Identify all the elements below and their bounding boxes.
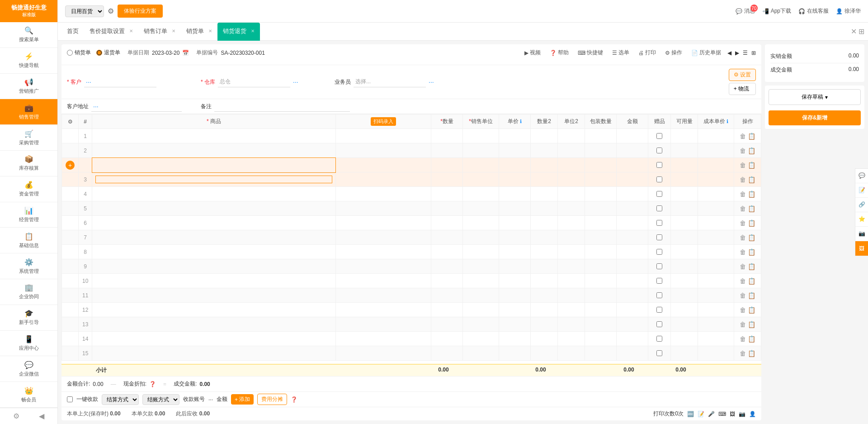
bottom-icon-7[interactable]: 👤 <box>749 411 756 417</box>
add-row-delete-icon[interactable]: 🗑 <box>740 162 746 169</box>
tab-sales-return[interactable]: 销货退货 ✕ <box>217 23 260 41</box>
app-download-button[interactable]: 📲 App下载 <box>762 7 791 15</box>
row-cost-cell[interactable] <box>698 216 734 230</box>
salesperson-input[interactable]: 选择... <box>354 76 426 87</box>
row-price-cell[interactable] <box>499 303 531 317</box>
trial-button[interactable]: 体验行业方案 <box>118 5 163 18</box>
row-unit2-cell[interactable] <box>558 143 585 158</box>
tab-price-setting[interactable]: 售价提取设置 ✕ <box>84 23 138 41</box>
row-product-cell[interactable] <box>92 143 335 158</box>
row-amount-cell[interactable] <box>617 230 648 245</box>
sidebar-item-member[interactable]: 👑 畅会员 <box>0 382 57 408</box>
row-product-cell[interactable] <box>92 172 335 187</box>
row-amount-cell[interactable] <box>617 332 648 346</box>
row-unit-cell[interactable] <box>463 172 499 187</box>
row-qty-cell[interactable] <box>431 143 463 158</box>
row-pack-cell[interactable] <box>585 230 617 245</box>
row-delete-icon[interactable]: 🗑 <box>740 205 746 212</box>
row-qty-cell[interactable] <box>431 346 463 361</box>
row-unit2-cell[interactable] <box>558 172 585 187</box>
tab-sales-delivery-close-icon[interactable]: ✕ <box>208 29 212 33</box>
row-product-cell[interactable] <box>92 230 335 245</box>
row-qty-cell[interactable] <box>431 303 463 317</box>
close-all-icon[interactable]: ✕ <box>851 27 857 36</box>
row-cost-cell[interactable] <box>698 303 734 317</box>
row-price-cell[interactable] <box>499 201 531 216</box>
row-product-cell[interactable] <box>92 288 335 303</box>
row-qty2-cell[interactable] <box>531 216 558 230</box>
row-product-cell[interactable] <box>92 245 335 259</box>
row-copy-icon[interactable]: 📋 <box>748 205 755 212</box>
add-row-button[interactable]: + <box>66 161 75 170</box>
history-btn[interactable]: 📄 历史单据 <box>689 48 724 57</box>
gift-checkbox[interactable] <box>656 191 662 197</box>
row-qty-cell[interactable] <box>431 245 463 259</box>
row-cost-cell[interactable] <box>698 230 734 245</box>
sidebar-settings-icon[interactable]: ⚙ <box>13 412 19 420</box>
quick-icon-link[interactable]: 🔗 <box>855 198 868 212</box>
row-delete-icon[interactable]: 🗑 <box>740 335 746 343</box>
row-pack-cell[interactable] <box>585 187 617 201</box>
radio-return-input[interactable] <box>96 50 102 56</box>
settlement-select[interactable]: 结算方式 <box>102 394 139 405</box>
row-qty-cell[interactable] <box>431 129 463 143</box>
row-qty-cell[interactable] <box>431 317 463 332</box>
tab-home[interactable]: 首页 <box>61 23 84 41</box>
video-btn[interactable]: ▶ 视频 <box>522 48 543 57</box>
row-qty2-cell[interactable] <box>531 317 558 332</box>
col-header-settings[interactable]: ⚙ <box>62 114 79 129</box>
row-unit-cell[interactable] <box>463 346 499 361</box>
sidebar-item-purchase[interactable]: 🛒 采购管理 <box>0 125 57 151</box>
row-unit2-cell[interactable] <box>558 201 585 216</box>
row-pack-cell[interactable] <box>585 245 617 259</box>
col-header-scan[interactable]: 扫码录入 <box>335 114 431 129</box>
split-button[interactable]: 费用分摊 <box>257 394 287 405</box>
calendar-icon[interactable]: 📅 <box>182 50 189 56</box>
sidebar-item-search[interactable]: 🔍 搜索菜单 <box>0 22 57 48</box>
accounting-select[interactable]: 结账方式 <box>142 394 179 405</box>
discount-help-icon[interactable]: ❓ <box>149 381 156 387</box>
row-pack-cell[interactable] <box>585 274 617 288</box>
row-delete-icon[interactable]: 🗑 <box>740 306 746 314</box>
row-cost-cell[interactable] <box>698 129 734 143</box>
row-pack-cell[interactable] <box>585 346 617 361</box>
row-copy-icon[interactable]: 📋 <box>748 263 755 270</box>
gift-checkbox[interactable] <box>656 133 662 139</box>
row-qty2-cell[interactable] <box>531 346 558 361</box>
row-avail-cell[interactable] <box>671 172 698 187</box>
split-help-icon[interactable]: ❓ <box>291 396 297 403</box>
row-unit2-cell[interactable] <box>558 346 585 361</box>
row-pack-cell[interactable] <box>585 201 617 216</box>
row-product-cell[interactable] <box>92 346 335 361</box>
bottom-icon-5[interactable]: 🖼 <box>730 411 735 417</box>
row-product-cell[interactable] <box>92 216 335 230</box>
row-delete-icon[interactable]: 🗑 <box>740 234 746 241</box>
row-copy-icon[interactable]: 📋 <box>748 277 755 285</box>
one-click-checkbox[interactable] <box>67 396 73 402</box>
add-row-copy-icon[interactable]: 📋 <box>748 162 755 169</box>
row-price-cell[interactable] <box>499 346 531 361</box>
view-grid-icon[interactable]: ⊞ <box>751 50 756 56</box>
gift-checkbox[interactable] <box>656 350 662 356</box>
sidebar-item-guide[interactable]: 🎓 新手引导 <box>0 305 57 331</box>
row-avail-cell[interactable] <box>671 317 698 332</box>
row-unit2-cell[interactable] <box>558 245 585 259</box>
gift-checkbox[interactable] <box>656 263 662 269</box>
settings-button[interactable]: ⚙ 设置 <box>729 69 756 81</box>
tab-sales-order-close-icon[interactable]: ✕ <box>172 29 175 33</box>
row-price-cell[interactable] <box>499 259 531 274</box>
row-qty-cell[interactable] <box>431 259 463 274</box>
sidebar-item-apps[interactable]: 📱 应用中心 <box>0 331 57 357</box>
row-amount-cell[interactable] <box>617 129 648 143</box>
row-price-cell[interactable] <box>499 274 531 288</box>
row-avail-cell[interactable] <box>671 129 698 143</box>
row-avail-cell[interactable] <box>671 201 698 216</box>
row-avail-cell[interactable] <box>671 346 698 361</box>
row-qty2-cell[interactable] <box>531 303 558 317</box>
row-pack-cell[interactable] <box>585 259 617 274</box>
warehouse-input[interactable]: 总仓 <box>218 76 290 87</box>
row-qty-cell[interactable] <box>431 332 463 346</box>
row-cost-cell[interactable] <box>698 317 734 332</box>
row-unit-cell[interactable] <box>463 274 499 288</box>
gift-checkbox[interactable] <box>656 234 662 240</box>
